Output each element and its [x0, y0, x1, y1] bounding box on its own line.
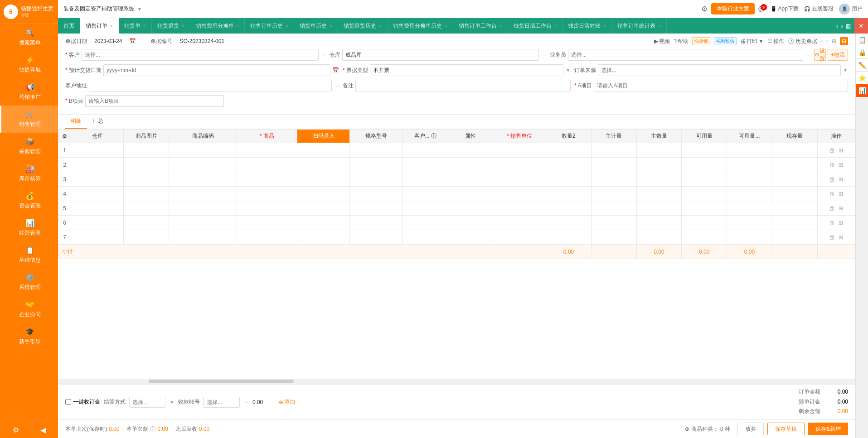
cell-main-unit[interactable] — [591, 143, 636, 158]
row-delete-icon[interactable]: 🗑 — [829, 147, 835, 154]
tab-summary[interactable]: 汇总 — [87, 115, 109, 129]
tab-fee-history[interactable]: 销售费用分摊单历史 × — [388, 18, 453, 34]
toolbar-shrink-icon[interactable]: ⊟ — [840, 37, 848, 45]
cell-unit[interactable] — [493, 216, 546, 230]
cell-code[interactable] — [169, 201, 237, 216]
ops-btn[interactable]: ☰ 操作 — [767, 38, 784, 45]
tab-close-all[interactable]: ✕ — [854, 18, 868, 34]
help-btn[interactable]: ? 帮助 — [674, 38, 689, 45]
customer-input[interactable] — [82, 49, 319, 61]
cell-stock[interactable] — [772, 143, 817, 158]
note-input[interactable] — [355, 80, 571, 91]
order-source-input[interactable] — [598, 64, 841, 76]
float-icon-4[interactable]: ⭐ — [856, 72, 868, 84]
delivery-calendar-icon[interactable]: 📅 — [332, 67, 339, 73]
tab-close-icon[interactable]: × — [379, 24, 382, 29]
cell-avail2[interactable] — [727, 143, 772, 158]
cell-unit[interactable] — [493, 158, 546, 172]
cell-main-unit[interactable] — [591, 201, 636, 216]
row-delete-icon[interactable]: 🗑 — [829, 162, 835, 168]
cell-product[interactable] — [237, 216, 297, 230]
tab-sales-fee[interactable]: 销售费用分摊单 × — [190, 18, 245, 34]
cell-avail[interactable] — [682, 158, 727, 172]
cell-stock[interactable] — [772, 216, 817, 230]
cell-avail[interactable] — [682, 143, 727, 158]
cell-product[interactable] — [237, 172, 297, 187]
cell-product[interactable] — [237, 143, 297, 158]
online-service-icon[interactable]: 🎧 在线客服 — [804, 5, 834, 13]
sidebar-item-system[interactable]: ⚙️ 系统管理 — [0, 269, 58, 296]
cell-avail2[interactable] — [727, 201, 772, 216]
warehouse-more-icon[interactable]: ··· — [542, 52, 546, 58]
save-draft-button[interactable]: 保存草稿 — [767, 423, 805, 435]
cell-main-qty[interactable] — [636, 230, 682, 245]
cell-unit[interactable] — [493, 143, 546, 158]
cell-attr[interactable] — [448, 143, 493, 158]
tab-workbench[interactable]: 销售订单工作台 × — [453, 18, 508, 34]
a-project-input[interactable] — [594, 80, 848, 91]
sidebar-item-search[interactable]: 🔍 搜索菜单 — [0, 24, 58, 51]
add-payment-btn[interactable]: ⊕ 添加 — [279, 398, 295, 406]
row-copy-icon[interactable]: ⊞ — [839, 176, 843, 183]
cell-avail2[interactable] — [727, 230, 772, 245]
cell-scan[interactable] — [297, 172, 350, 187]
cell-avail2[interactable] — [727, 187, 772, 201]
row-copy-icon[interactable]: ⊞ — [839, 162, 843, 168]
cell-attr[interactable] — [448, 172, 493, 187]
sidebar-item-sales[interactable]: 🛒 销售管理 — [0, 106, 58, 133]
cell-product[interactable] — [237, 158, 297, 172]
cell-spec[interactable] — [350, 172, 402, 187]
tab-menu-icon[interactable]: ▦ — [845, 22, 853, 29]
tab-close-icon[interactable]: × — [237, 24, 239, 29]
tab-prev-icon[interactable]: ‹ — [835, 22, 839, 29]
cell-main-unit[interactable] — [591, 187, 636, 201]
solution-button[interactable]: 体验行业方案 — [711, 3, 755, 14]
cell-spec[interactable] — [350, 201, 402, 216]
settings-action-btn[interactable]: ⚙ 设置 — [814, 49, 826, 61]
tab-close-icon[interactable]: × — [499, 24, 502, 29]
cell-customer-code[interactable] — [402, 187, 448, 201]
account-more-icon[interactable]: ··· — [244, 399, 249, 405]
delivery-input[interactable] — [103, 64, 330, 76]
tab-invoice-history[interactable]: 销货单历史 × — [294, 18, 338, 34]
cell-code[interactable] — [169, 143, 237, 158]
cell-warehouse[interactable] — [71, 187, 124, 201]
cell-product[interactable] — [237, 230, 297, 245]
cell-attr[interactable] — [448, 201, 493, 216]
sidebar-item-marketing[interactable]: 📢 营销推广 — [0, 78, 58, 106]
profit-btn[interactable]: 毛利预估 — [714, 37, 737, 45]
cell-qty2[interactable] — [546, 143, 591, 158]
cell-attr[interactable] — [448, 230, 493, 245]
cell-main-unit[interactable] — [591, 172, 636, 187]
float-icon-1[interactable]: 📋 — [856, 34, 868, 46]
cell-warehouse[interactable] — [71, 216, 124, 230]
cell-warehouse[interactable] — [71, 201, 124, 216]
row-copy-icon[interactable]: ⊞ — [839, 191, 843, 197]
cell-attr[interactable] — [448, 158, 493, 172]
cell-stock[interactable] — [772, 172, 817, 187]
cell-avail2[interactable] — [727, 216, 772, 230]
invoice-input[interactable] — [370, 64, 563, 76]
cell-qty2[interactable] — [546, 216, 591, 230]
cell-ops[interactable]: 🗑 ⊞ — [817, 216, 855, 230]
cell-spec[interactable] — [350, 158, 402, 172]
row-delete-icon[interactable]: 🗑 — [829, 234, 835, 241]
cell-ops[interactable]: 🗑 ⊞ — [817, 187, 855, 201]
cell-main-qty[interactable] — [636, 201, 682, 216]
tab-close-icon[interactable]: × — [286, 24, 288, 29]
cell-unit[interactable] — [493, 172, 546, 187]
cell-scan[interactable] — [297, 216, 350, 230]
dropdown-arrow-icon[interactable]: ▼ — [137, 6, 142, 12]
cell-warehouse[interactable] — [71, 158, 124, 172]
cell-warehouse[interactable] — [71, 230, 124, 245]
tab-return-history[interactable]: 销货退货历史 × — [338, 18, 388, 34]
calendar-icon[interactable]: 📅 — [129, 38, 136, 44]
tab-sales-return[interactable]: 销货退货 × — [152, 18, 190, 34]
cell-avail[interactable] — [682, 172, 727, 187]
salesperson-more-icon[interactable]: ··· — [806, 52, 810, 58]
cell-ops[interactable]: 🗑 ⊞ — [817, 158, 855, 172]
cell-qty2[interactable] — [546, 158, 591, 172]
warehouse-input[interactable] — [342, 49, 539, 61]
cell-scan[interactable] — [297, 143, 350, 158]
sidebar-item-ops[interactable]: 📊 经营管理 — [0, 214, 58, 241]
